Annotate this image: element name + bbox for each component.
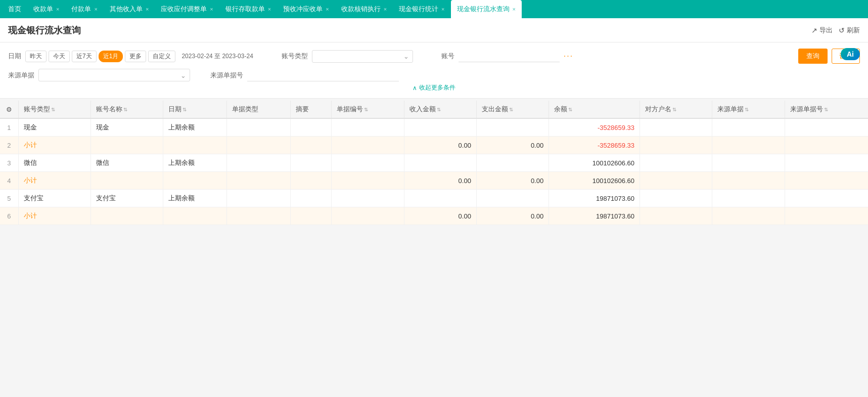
cell-doc-type bbox=[227, 137, 291, 154]
cell-expense bbox=[476, 154, 549, 172]
close-icon[interactable]: × bbox=[146, 0, 149, 18]
th-counterpart[interactable]: 对方户名 ⇅ bbox=[640, 101, 712, 118]
th-source-doc-no[interactable]: 来源单据号 ⇅ bbox=[785, 101, 868, 118]
date-btn-yesterday[interactable]: 昨天 bbox=[25, 51, 47, 62]
th-account-name[interactable]: 账号名称 ⇅ bbox=[90, 101, 163, 118]
cell-doc-type bbox=[227, 172, 291, 190]
cell-balance: -3528659.33 bbox=[549, 137, 640, 154]
date-btn-custom[interactable]: 自定义 bbox=[148, 51, 175, 62]
nav-item-7[interactable]: 现金银行统计 × bbox=[393, 0, 450, 18]
cell-balance: 100102606.60 bbox=[549, 172, 640, 190]
nav-item-6[interactable]: 收款核销执行 × bbox=[335, 0, 393, 18]
cell-source-doc bbox=[712, 190, 785, 207]
cell-account-type: 现金 bbox=[18, 118, 90, 137]
table-row[interactable]: 1 现金 现金 上期余额 -3528659.33 bbox=[0, 118, 868, 137]
account-label: 账号 bbox=[441, 52, 454, 61]
table-row[interactable]: 3 微信 微信 上期余额 100102606.60 bbox=[0, 154, 868, 172]
th-doc-type[interactable]: 单据类型 bbox=[227, 101, 291, 118]
table-row[interactable]: 2 小计 0.00 0.00 -3528659.33 bbox=[0, 137, 868, 154]
source-doc-no-label: 来源单据号 bbox=[210, 71, 243, 80]
sort-icon: ⇅ bbox=[672, 107, 676, 112]
table-row[interactable]: 4 小计 0.00 0.00 100102606.60 bbox=[0, 172, 868, 190]
collapse-bar[interactable]: ∧ 收起更多条件 bbox=[8, 83, 860, 92]
cell-doc-type bbox=[227, 207, 291, 225]
source-doc-select[interactable] bbox=[38, 69, 190, 81]
cell-counterpart bbox=[640, 118, 712, 137]
th-gear[interactable]: ⚙ bbox=[0, 101, 18, 118]
nav-item-8[interactable]: 现金银行流水查询 × bbox=[451, 0, 522, 18]
account-type-select[interactable] bbox=[312, 50, 413, 63]
cell-income bbox=[404, 118, 476, 137]
cell-income: 0.00 bbox=[404, 172, 476, 190]
date-filter-group: 日期 昨天 今天 近7天 近1月 更多 自定义 2023-02-24 至 202… bbox=[8, 51, 253, 62]
close-icon[interactable]: × bbox=[56, 0, 59, 18]
cell-counterpart bbox=[640, 190, 712, 207]
sort-icon: ⇅ bbox=[745, 107, 749, 112]
cell-source-doc bbox=[712, 207, 785, 225]
refresh-button[interactable]: ↺ 刷新 bbox=[839, 26, 860, 35]
cell-source-doc-no bbox=[785, 137, 868, 154]
nav-item-1[interactable]: 付款单 × bbox=[65, 0, 103, 18]
date-range-display: 2023-02-24 至 2023-03-24 bbox=[181, 52, 253, 61]
th-source-doc[interactable]: 来源单据 ⇅ bbox=[712, 101, 785, 118]
cell-num: 5 bbox=[0, 190, 18, 207]
close-icon[interactable]: × bbox=[210, 0, 213, 18]
th-expense[interactable]: 支出金额 ⇅ bbox=[476, 101, 549, 118]
account-input[interactable] bbox=[459, 50, 560, 62]
cell-account-type: 支付宝 bbox=[18, 190, 90, 207]
date-btn-1month[interactable]: 近1月 bbox=[99, 51, 123, 62]
cell-income bbox=[404, 154, 476, 172]
cell-counterpart bbox=[640, 172, 712, 190]
sort-icon: ⇅ bbox=[123, 107, 127, 112]
th-doc-no[interactable]: 单据编号 ⇅ bbox=[332, 101, 404, 118]
cell-expense bbox=[476, 190, 549, 207]
nav-item-0[interactable]: 收款单 × bbox=[27, 0, 65, 18]
cell-num: 2 bbox=[0, 137, 18, 154]
th-summary[interactable]: 摘要 bbox=[291, 101, 332, 118]
close-icon[interactable]: × bbox=[441, 0, 444, 18]
cell-num: 4 bbox=[0, 172, 18, 190]
cell-balance: -3528659.33 bbox=[549, 118, 640, 137]
account-filter-group: 账号 ··· bbox=[441, 50, 573, 62]
header-actions: ↗ 导出 ↺ 刷新 bbox=[811, 26, 860, 35]
sort-icon: ⇅ bbox=[568, 107, 572, 112]
close-icon[interactable]: × bbox=[513, 0, 516, 18]
nav-item-5[interactable]: 预收冲应收单 × bbox=[277, 0, 335, 18]
cell-doc-type bbox=[227, 154, 291, 172]
source-doc-no-input[interactable] bbox=[247, 69, 399, 81]
cell-balance: 19871073.60 bbox=[549, 207, 640, 225]
source-doc-label: 来源单据 bbox=[8, 71, 34, 80]
cell-balance: 19871073.60 bbox=[549, 190, 640, 207]
date-btn-more[interactable]: 更多 bbox=[125, 51, 146, 62]
th-balance[interactable]: 余额 ⇅ bbox=[549, 101, 640, 118]
export-button[interactable]: ↗ 导出 bbox=[811, 26, 833, 35]
date-btn-7days[interactable]: 近7天 bbox=[72, 51, 97, 62]
table-row[interactable]: 6 小计 0.00 0.00 19871073.60 bbox=[0, 207, 868, 225]
close-icon[interactable]: × bbox=[384, 0, 387, 18]
cell-doc-no bbox=[332, 207, 404, 225]
sort-icon: ⇅ bbox=[182, 107, 187, 112]
nav-home[interactable]: 首页 bbox=[2, 0, 27, 18]
close-icon[interactable]: × bbox=[94, 0, 97, 18]
nav-item-2[interactable]: 其他收入单 × bbox=[104, 0, 155, 18]
th-income[interactable]: 收入金额 ⇅ bbox=[404, 101, 476, 118]
cell-account-name bbox=[90, 137, 163, 154]
source-doc-select-wrapper bbox=[38, 69, 190, 81]
th-account-type[interactable]: 账号类型 ⇅ bbox=[18, 101, 90, 118]
query-button[interactable]: 查询 bbox=[798, 49, 828, 64]
cell-num: 3 bbox=[0, 154, 18, 172]
nav-item-3[interactable]: 应收应付调整单 × bbox=[155, 0, 219, 18]
date-btn-today[interactable]: 今天 bbox=[49, 51, 70, 62]
table-row[interactable]: 5 支付宝 支付宝 上期余额 19871073.60 bbox=[0, 190, 868, 207]
ai-badge[interactable]: Ai bbox=[841, 48, 860, 60]
th-date[interactable]: 日期 ⇅ bbox=[163, 101, 227, 118]
cell-summary bbox=[291, 172, 332, 190]
close-icon[interactable]: × bbox=[268, 0, 271, 18]
cell-account-type: 微信 bbox=[18, 154, 90, 172]
cell-source-doc-no bbox=[785, 154, 868, 172]
data-table: ⚙ 账号类型 ⇅ 账号名称 ⇅ 日期 bbox=[0, 101, 868, 225]
nav-item-4[interactable]: 银行存取款单 × bbox=[219, 0, 277, 18]
account-dots-button[interactable]: ··· bbox=[564, 52, 573, 61]
close-icon[interactable]: × bbox=[326, 0, 329, 18]
cell-expense: 0.00 bbox=[476, 172, 549, 190]
